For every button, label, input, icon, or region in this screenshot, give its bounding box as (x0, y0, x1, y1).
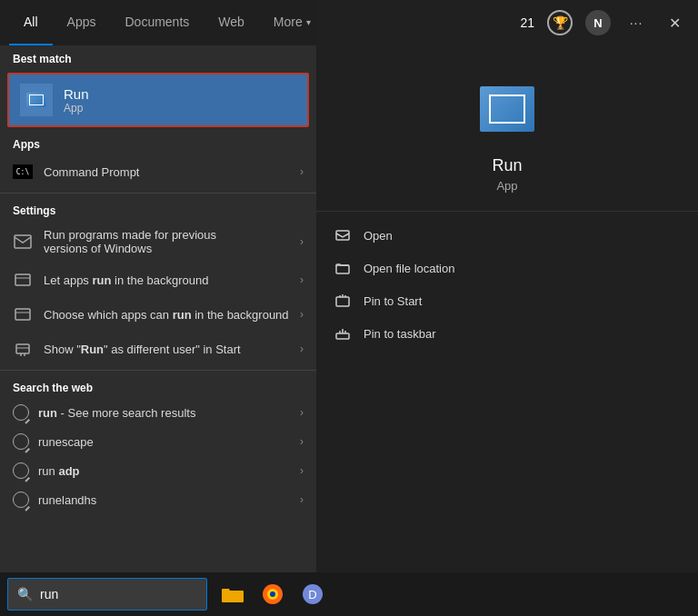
run-icon-large (480, 86, 534, 132)
search-box-icon: 🔍 (17, 587, 33, 601)
tab-apps[interactable]: Apps (53, 0, 111, 45)
search-icon-3 (13, 462, 29, 479)
context-open-file-location[interactable]: Open file location (316, 252, 698, 284)
settings-item-4-label: Show "Run" as different user" in Start (44, 343, 289, 356)
context-pin-start[interactable]: Pin to Start (316, 284, 698, 317)
context-pin-taskbar[interactable]: Pin to taskbar (316, 317, 698, 350)
context-menu: Open Open file location (316, 212, 698, 357)
settings-item-3-label: Choose which apps can run in the backgro… (44, 308, 289, 322)
settings-item-3[interactable]: Choose which apps can run in the backgro… (0, 297, 316, 332)
settings-item-4[interactable]: Show "Run" as different user" in Start › (0, 332, 316, 366)
open-icon (334, 227, 351, 243)
chevron-right-icon-8: › (300, 464, 304, 477)
user-avatar[interactable]: N (585, 10, 611, 35)
badge-count: 21 (520, 15, 534, 30)
web-search-label-4: runelandhs (38, 493, 96, 507)
settings-item-2-label: Let apps run in the background (44, 273, 289, 287)
svg-rect-0 (15, 235, 31, 248)
trophy-icon[interactable]: 🏆 (547, 10, 573, 35)
pin-taskbar-label: Pin to taskbar (364, 327, 436, 341)
chevron-right-icon-9: › (300, 493, 304, 506)
app-preview-name: Run (492, 156, 522, 175)
svg-rect-3 (15, 309, 30, 320)
best-match-type: App (64, 102, 89, 114)
svg-rect-5 (16, 344, 29, 353)
chevron-right-icon-3: › (300, 273, 304, 286)
results-area: Best match Run App Apps C:\ Command Prom… (0, 45, 316, 572)
svg-rect-10 (336, 265, 349, 273)
web-search-label-2: runescape (38, 435, 94, 449)
open-file-location-label: Open file location (364, 262, 454, 275)
chevron-right-icon-7: › (300, 435, 304, 448)
taskbar-discord-icon[interactable]: D (294, 576, 331, 612)
chevron-right-icon-6: › (300, 406, 304, 419)
settings-item-2[interactable]: Let apps run in the background › (0, 263, 316, 297)
right-top-bar: 21 🏆 N ··· ✕ (316, 0, 698, 45)
web-search-item-4[interactable]: runelandhs › (0, 485, 316, 514)
svg-rect-1 (15, 274, 30, 285)
left-panel: All Apps Documents Web More ▾ Best match (0, 0, 316, 572)
cmd-result-item[interactable]: C:\ Command Prompt › (0, 154, 316, 189)
open-label: Open (364, 229, 393, 243)
tab-all[interactable]: All (9, 0, 53, 45)
cmd-icon: C:\ (13, 162, 33, 182)
search-icon-4 (13, 492, 29, 508)
run-icon (26, 93, 46, 107)
taskbar-folder-icon[interactable] (214, 576, 251, 612)
tab-more[interactable]: More ▾ (259, 0, 325, 45)
search-box-text[interactable]: run (40, 587, 58, 601)
taskbar-icons: D (214, 576, 331, 612)
settings-icon-4 (13, 339, 33, 359)
best-match-label: Best match (0, 45, 316, 69)
run-app-preview-icon (471, 73, 543, 145)
context-open[interactable]: Open (316, 219, 698, 252)
web-search-label-3: run adp (38, 464, 80, 478)
tab-web[interactable]: Web (204, 0, 259, 45)
settings-item-1[interactable]: Run programs made for previousversions o… (0, 221, 316, 263)
search-box[interactable]: 🔍 run (7, 578, 207, 611)
web-search-label-1: run - See more search results (38, 406, 195, 420)
settings-icon-2 (13, 270, 33, 290)
settings-item-1-label: Run programs made for previousversions o… (44, 228, 289, 255)
web-section-label: Search the web (0, 374, 316, 398)
settings-icon-1 (13, 232, 33, 252)
settings-icon-3 (13, 304, 33, 324)
web-search-item-2[interactable]: runescape › (0, 427, 316, 456)
settings-section-label: Settings (0, 197, 316, 221)
app-preview-section: Run App (316, 45, 698, 212)
search-icon-2 (13, 433, 29, 450)
web-search-item-3[interactable]: run adp › (0, 456, 316, 485)
taskbar: 🔍 run D (0, 572, 698, 616)
divider-1 (0, 193, 316, 194)
close-button[interactable]: ✕ (662, 10, 687, 35)
more-options-button[interactable]: ··· (623, 10, 649, 35)
chevron-right-icon-5: › (300, 343, 304, 355)
pin-taskbar-icon (334, 325, 351, 342)
chevron-right-icon-4: › (300, 308, 304, 321)
divider-2 (0, 370, 316, 371)
chevron-right-icon: › (300, 165, 304, 178)
pin-start-label: Pin to Start (364, 294, 422, 308)
right-panel: 21 🏆 N ··· ✕ Run App Open (316, 0, 698, 572)
folder-icon (334, 260, 351, 276)
best-match-item[interactable]: Run App (7, 73, 309, 127)
apps-section-label: Apps (0, 131, 316, 154)
svg-point-22 (270, 591, 275, 597)
svg-rect-11 (336, 297, 349, 306)
svg-rect-15 (336, 333, 349, 339)
start-menu: All Apps Documents Web More ▾ Best match (0, 0, 698, 572)
svg-text:D: D (308, 588, 316, 601)
taskbar-firefox-icon[interactable] (254, 576, 291, 612)
tab-documents[interactable]: Documents (110, 0, 204, 45)
cmd-label: Command Prompt (44, 165, 289, 179)
svg-rect-19 (222, 591, 244, 602)
search-icon-1 (13, 404, 29, 421)
pin-start-icon (334, 293, 351, 309)
best-match-name: Run (64, 86, 89, 102)
web-search-item-1[interactable]: run - See more search results › (0, 398, 316, 427)
app-preview-type: App (496, 179, 517, 193)
chevron-right-icon-2: › (300, 235, 304, 248)
tab-bar: All Apps Documents Web More ▾ (0, 0, 316, 45)
run-app-icon-small (20, 84, 53, 116)
